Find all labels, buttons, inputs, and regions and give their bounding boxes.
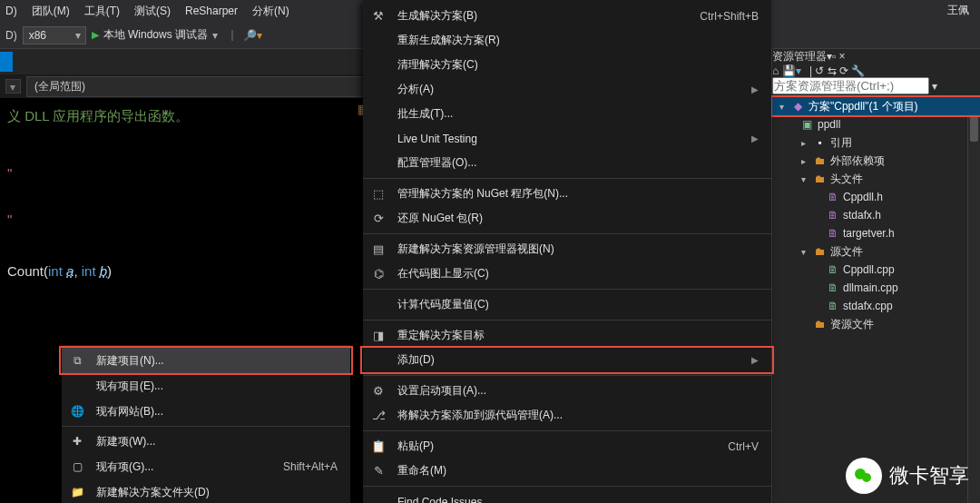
panel-search: ▾ [772,77,980,94]
panel-scrollbar[interactable] [967,98,980,503]
codemap-icon: ⌬ [368,267,388,281]
paste-icon: 📋 [368,439,388,453]
folder-icon: 🖿 [813,245,827,258]
menu-resharper[interactable]: ReSharper [185,5,238,17]
tree-sources[interactable]: ▾🖿源文件 [772,242,980,261]
ctx-config[interactable]: 配置管理器(O)... [363,151,771,175]
solution-tree: ▾◆方案"Cppdll"(1 个项目) ▣ppdll ▸▪引用 ▸🖿外部依赖项 … [772,94,980,336]
solution-icon: ◆ [791,100,805,113]
panel-header: 资源管理器▾▫ × [772,49,980,64]
toolbar-icon[interactable]: 🔎▾ [243,29,262,42]
sub-existing-website[interactable]: 🌐现有网站(B)... [62,399,350,424]
refresh-icon[interactable]: ⟳ [839,64,848,77]
ctx-batch[interactable]: 批生成(T)... [363,102,771,126]
h-file-icon: 🗎 [826,227,839,240]
refs-icon: ▪ [813,136,827,149]
menu-team[interactable]: 团队(M) [32,4,70,19]
toolbar-sep: D) [5,29,17,42]
sub-existing-project[interactable]: 现有项目(E)... [62,373,350,399]
rename-icon: ✎ [368,464,388,478]
ctx-clean[interactable]: 清理解决方案(C) [363,53,771,77]
tree-res[interactable]: 🖿资源文件 [772,315,980,333]
retarget-icon: ◨ [368,329,388,342]
tree-file[interactable]: 🗎dllmain.cpp [772,279,980,297]
nuget-icon: ⬚ [368,187,388,201]
menu-analyze[interactable]: 分析(N) [252,4,289,19]
save-icon[interactable]: 💾▾ [782,64,801,77]
platform-dropdown[interactable]: x86 [23,26,86,44]
tree-solution[interactable]: ▾◆方案"Cppdll"(1 个项目) [772,97,980,115]
project-icon: ▣ [800,118,814,131]
active-tab-indicator [0,52,13,72]
tree-file[interactable]: 🗎Cppdll.cpp [772,261,980,279]
brand-watermark: 微卡智享 [846,458,969,494]
tree-file[interactable]: 🗎targetver.h [772,224,980,242]
panel-search-input[interactable] [772,77,929,94]
ctx-retarget[interactable]: ◨重定解决方案目标 [363,323,771,348]
add-submenu: ⧉新建项目(N)... 现有项目(E)... 🌐现有网站(B)... ✚新建项(… [62,345,350,503]
tree-refs[interactable]: ▸▪引用 [772,133,980,152]
debug-label: 本地 Windows 调试器 [103,27,208,43]
start-debug-button[interactable]: ▶ 本地 Windows 调试器 ▾ [92,27,218,43]
existitem-icon: ▢ [67,460,87,473]
ctx-newview[interactable]: ▤新建解决方案资源管理器视图(N) [363,237,771,261]
h-file-icon: 🗎 [826,209,839,222]
play-icon: ▶ [92,29,99,41]
pin-icon[interactable]: ▫ × [832,50,846,63]
wechat-icon [846,458,882,494]
folder-icon: 🖿 [813,173,827,185]
scm-icon: ⎇ [368,409,388,422]
sync-icon[interactable]: ⇆ [828,64,837,77]
brand-text: 微卡智享 [889,462,969,489]
user-label: 王佩 [947,3,969,18]
folder-icon: 📁 [67,486,87,498]
ctx-paste[interactable]: 📋粘贴(P)Ctrl+V [363,434,771,459]
scope-dd-small[interactable] [5,79,21,94]
tree-file[interactable]: 🗎stdafx.h [772,206,980,224]
view-icon: ▤ [368,242,388,256]
scope-dd-main[interactable]: (全局范围) [26,76,394,97]
ctx-analyze[interactable]: 分析(A)▶ [363,77,771,102]
sub-new-project[interactable]: ⧉新建项目(N)... [62,348,350,373]
folder-icon: 🖿 [813,154,827,167]
website-icon: 🌐 [67,405,87,418]
ctx-find[interactable]: Find Code Issues [363,489,771,503]
panel-toolbar: ⌂ 💾▾ | ↺ ⇆ ⟳ 🔧 [772,64,980,77]
ctx-live[interactable]: Live Unit Testing▶ [363,126,771,151]
sub-new-item[interactable]: ✚新建项(W)... [62,429,350,454]
restore-icon: ⟳ [368,212,388,225]
search-dd-icon[interactable]: ▾ [932,80,937,93]
h-file-icon: 🗎 [826,191,839,203]
menu-d[interactable]: D) [5,5,17,17]
ctx-nuget[interactable]: ⬚管理解决方案的 NuGet 程序包(N)... [363,182,771,206]
home-icon[interactable]: ⌂ [772,64,779,77]
ctx-build[interactable]: ⚒生成解决方案(B)Ctrl+Shift+B [363,4,771,28]
ctx-codemap[interactable]: ⌬在代码图上显示(C) [363,261,771,286]
ctx-scm[interactable]: ⎇将解决方案添加到源代码管理(A)... [363,403,771,428]
cpp-file-icon: 🗎 [826,263,839,276]
svg-point-1 [862,473,871,482]
ctx-add[interactable]: 添加(D)▶ [363,348,771,372]
history-icon[interactable]: ↺ [815,64,824,77]
ctx-metrics[interactable]: 计算代码度量值(C) [363,292,771,317]
menu-test[interactable]: 测试(S) [134,4,171,19]
ctx-rename[interactable]: ✎重命名(M) [363,459,771,483]
tree-headers[interactable]: ▾🖿头文件 [772,170,980,188]
menu-tools[interactable]: 工具(T) [84,4,120,19]
build-icon: ⚒ [368,9,388,23]
tree-project[interactable]: ▣ppdll [772,115,980,133]
ctx-rebuild[interactable]: 重新生成解决方案(R) [363,28,771,53]
cpp-file-icon: 🗎 [826,281,839,294]
wrench-icon[interactable]: 🔧 [851,64,865,77]
sub-new-folder[interactable]: 📁新建解决方案文件夹(D) [62,479,350,503]
ctx-startup[interactable]: ⚙设置启动项目(A)... [363,379,771,403]
newitem-icon: ✚ [67,435,87,448]
ctx-restore[interactable]: ⟳还原 NuGet 包(R) [363,206,771,231]
sub-existing-item[interactable]: ▢现有项(G)...Shift+Alt+A [62,454,350,479]
gear-icon: ⚙ [368,384,388,398]
tree-file[interactable]: 🗎Cppdll.h [772,188,980,206]
solution-panel: 资源管理器▾▫ × ⌂ 💾▾ | ↺ ⇆ ⟳ 🔧 ▾ ▾◆方案"Cppdll"(… [771,49,980,503]
tree-ext[interactable]: ▸🖿外部依赖项 [772,152,980,170]
comment: 义 DLL 应用程序的导出函数。 [7,108,189,123]
tree-file[interactable]: 🗎stdafx.cpp [772,297,980,315]
